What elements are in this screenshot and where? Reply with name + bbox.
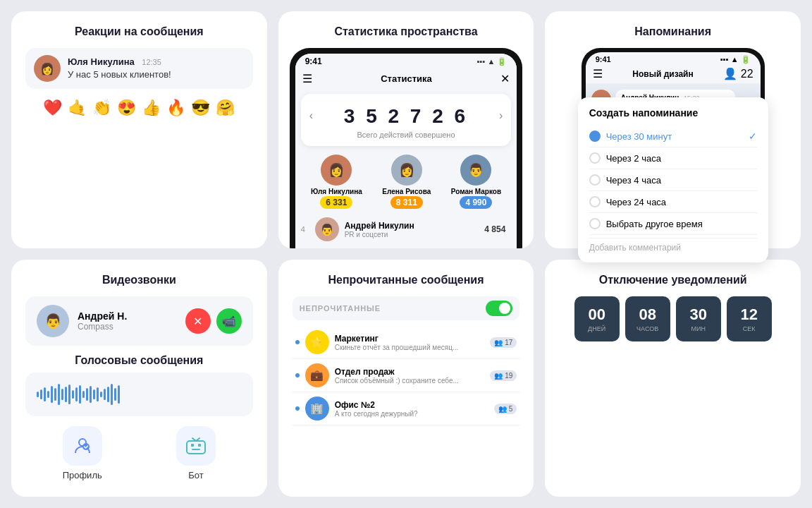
stat-panel: ‹ 3 5 2 7 2 6 › Всего действий совершено bbox=[301, 94, 512, 146]
wave-bar bbox=[37, 392, 39, 397]
r-menu-icon[interactable]: ☰ bbox=[593, 67, 603, 80]
wave-bar bbox=[54, 388, 56, 401]
option-24h[interactable]: Через 24 часа bbox=[589, 191, 757, 213]
voice-title: Голосовые сообщения bbox=[25, 354, 253, 367]
add-comment[interactable]: Добавить комментарий bbox=[589, 238, 757, 253]
user-list: 👩 Юля Никулина 6 331 👩 Елена Рисова 8 31… bbox=[295, 150, 517, 248]
radio-custom[interactable] bbox=[589, 218, 601, 229]
menu-icon[interactable]: ☰ bbox=[302, 72, 312, 85]
unread-dot-3 bbox=[295, 406, 300, 411]
radio-24h[interactable] bbox=[589, 196, 601, 207]
avatar-1: 👩 bbox=[321, 155, 352, 186]
wave-bar bbox=[61, 389, 63, 400]
unread-count-2: 👥 19 bbox=[490, 370, 517, 381]
message-content: Юля Никулина 12:35 У нас 5 новых клиенто… bbox=[68, 55, 171, 80]
wave-bar bbox=[90, 386, 92, 403]
unread-header: НЕПРОЧИТАННЫЕ bbox=[293, 296, 520, 320]
unread-dot-2 bbox=[295, 373, 300, 377]
wave-bar bbox=[107, 387, 109, 402]
unread-list: ⭐ Маркетинг Скиньте отчёт за прошедший м… bbox=[293, 326, 520, 425]
message-sender: Юля Никулина bbox=[68, 56, 135, 67]
user-top-2: 👩 Елена Рисова 8 311 bbox=[382, 155, 431, 208]
emoji-thumbs[interactable]: 👍 bbox=[142, 99, 161, 117]
accept-call-button[interactable]: 📹 bbox=[216, 308, 242, 334]
call-info: Андрей Н. Compass bbox=[78, 310, 177, 332]
unread-preview-2: Список объёмный :) сохраните себе... bbox=[335, 377, 485, 385]
wave-bar bbox=[44, 387, 46, 401]
radio-2h[interactable] bbox=[589, 152, 601, 164]
sender-avatar: 👩 bbox=[34, 55, 61, 82]
status-icons: ▪▪▪ ▲ 🔋 bbox=[477, 57, 508, 66]
countdown-min: 30 МИН bbox=[676, 296, 721, 341]
name-1: Юля Никулина bbox=[311, 188, 362, 195]
option-30min-label: Через 30 минут bbox=[606, 131, 672, 142]
bot-feature[interactable]: Бот bbox=[176, 426, 216, 480]
name-2: Елена Рисова bbox=[382, 188, 431, 195]
unread-name-1: Маркетинг bbox=[335, 334, 485, 344]
profile-feature[interactable]: Профиль bbox=[63, 426, 102, 480]
message-text: У нас 5 новых клиентов! bbox=[68, 69, 171, 80]
option-4h[interactable]: Через 4 часа bbox=[589, 169, 757, 191]
stat-number: 3 5 2 7 2 6 bbox=[344, 105, 468, 128]
radio-30min[interactable] bbox=[589, 131, 601, 142]
avatar-3: 👨 bbox=[460, 155, 491, 186]
wave-bar bbox=[111, 384, 113, 405]
emoji-cool[interactable]: 😎 bbox=[191, 99, 210, 117]
unread-count-3: 👥 5 bbox=[494, 404, 517, 414]
top-3-row: 👩 Юля Никулина 6 331 👩 Елена Рисова 8 31… bbox=[301, 155, 512, 208]
user-role-4: PR и соцсети bbox=[345, 231, 474, 238]
wave-bar bbox=[68, 385, 70, 404]
close-icon[interactable]: ✕ bbox=[500, 72, 510, 85]
unread-item-2[interactable]: 💼 Отдел продаж Список объёмный :) сохран… bbox=[293, 359, 520, 392]
option-4h-label: Через 4 часа bbox=[606, 175, 661, 186]
wave-bar bbox=[79, 385, 81, 404]
unread-toggle[interactable] bbox=[486, 301, 512, 316]
hours-value: 08 bbox=[639, 306, 656, 324]
name-3: Роман Марков bbox=[451, 188, 501, 195]
option-2h-label: Через 2 часа bbox=[606, 153, 661, 164]
unread-name-3: Офис №2 bbox=[335, 400, 488, 410]
emoji-call[interactable]: 🤙 bbox=[68, 99, 87, 117]
emoji-clap[interactable]: 👏 bbox=[92, 99, 111, 117]
r-user-icon: 👤 22 bbox=[723, 67, 753, 80]
unread-label: НЕПРОЧИТАННЫЕ bbox=[300, 304, 381, 313]
stat-desc: Всего действий совершено bbox=[309, 131, 503, 139]
user-score-4: 4 854 bbox=[479, 223, 511, 236]
unread-item-3[interactable]: 🏢 Офис №2 А кто сегодня дежурный? 👥 5 bbox=[293, 392, 520, 425]
wave-bar bbox=[75, 387, 78, 401]
phone-time: 9:41 bbox=[305, 56, 322, 66]
emoji-love[interactable]: 😍 bbox=[117, 99, 136, 117]
emoji-hug[interactable]: 🤗 bbox=[216, 99, 235, 117]
unread-card: Непрочитанные сообщения НЕПРОЧИТАННЫЕ ⭐ … bbox=[278, 260, 534, 497]
option-2h[interactable]: Через 2 часа bbox=[589, 147, 757, 169]
r-chat-title: Новый дизайн bbox=[632, 69, 693, 79]
decline-call-button[interactable]: ✕ bbox=[185, 308, 211, 334]
wave-bar bbox=[51, 386, 53, 403]
prev-arrow[interactable]: ‹ bbox=[309, 109, 313, 122]
unread-title: Непрочитанные сообщения bbox=[293, 274, 520, 286]
profile-label: Профиль bbox=[63, 470, 102, 480]
radio-4h[interactable] bbox=[589, 174, 601, 186]
option-30min[interactable]: Через 30 минут ✓ bbox=[589, 126, 757, 147]
main-grid: Реакции на сообщения 👩 Юля Никулина 12:3… bbox=[0, 0, 812, 508]
video-call-row: 👨 Андрей Н. Compass ✕ 📹 bbox=[25, 296, 253, 346]
emoji-fire[interactable]: 🔥 bbox=[166, 99, 185, 117]
popup-title: Создать напоминание bbox=[589, 107, 757, 119]
next-arrow[interactable]: › bbox=[499, 109, 503, 122]
profile-icon bbox=[63, 426, 102, 466]
reminders-card: Напоминания 9:41 ▪▪▪ ▲ 🔋 ☰ Новый дизайн … bbox=[545, 11, 801, 248]
user-row-4: 4 👨 Андрей Никулин PR и соцсети 4 854 bbox=[301, 214, 512, 245]
score-2: 8 311 bbox=[390, 196, 423, 209]
avatar-2: 👩 bbox=[391, 155, 422, 186]
wave-bar bbox=[47, 391, 49, 398]
score-1: 6 331 bbox=[320, 196, 352, 209]
bot-label: Бот bbox=[188, 470, 203, 480]
caller-avatar: 👨 bbox=[37, 305, 69, 337]
unread-dot-1 bbox=[295, 340, 300, 344]
option-custom[interactable]: Выбрать другое время bbox=[589, 213, 757, 235]
unread-item-1[interactable]: ⭐ Маркетинг Скиньте отчёт за прошедший м… bbox=[293, 326, 520, 359]
wave-bar bbox=[97, 387, 99, 401]
countdown-days: 00 ДНЕЙ bbox=[574, 296, 620, 341]
unread-name-2: Отдел продаж bbox=[335, 367, 485, 377]
emoji-heart[interactable]: ❤️ bbox=[43, 99, 62, 117]
